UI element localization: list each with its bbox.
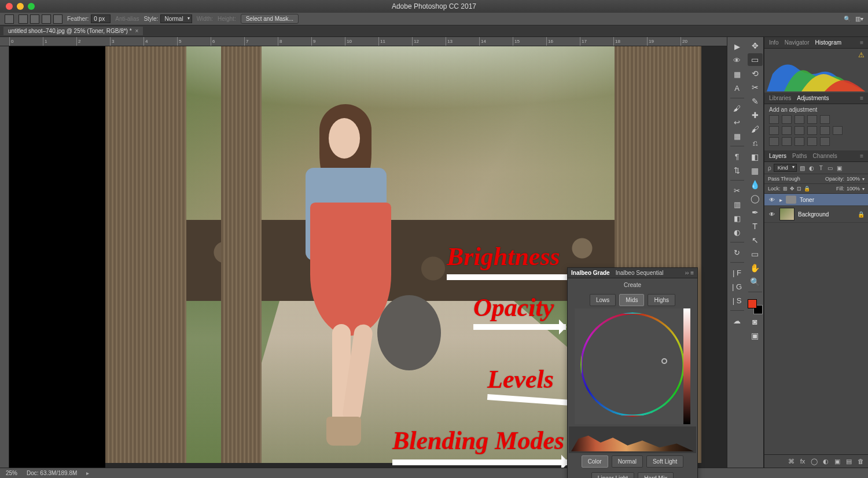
collapse-icon[interactable]: ›› ≡ (685, 270, 694, 276)
fx-icon[interactable]: fx (799, 457, 807, 465)
link-layers-icon[interactable]: ⌘ (787, 457, 795, 465)
refresh-icon[interactable]: ↻ (731, 247, 744, 258)
doc-size[interactable]: Doc: 63.3M/189.8M (27, 470, 77, 476)
color-wheel-handle[interactable] (661, 358, 667, 364)
filter-kind-select[interactable]: Kind (774, 164, 797, 172)
layer-name[interactable]: Background (798, 211, 829, 218)
zoom-tool[interactable]: 🔍 (748, 275, 763, 288)
plugin-brightness-slider[interactable] (683, 308, 690, 424)
adj-lut2-icon[interactable] (833, 126, 843, 135)
play-icon[interactable]: ▶ (731, 41, 744, 52)
filter-adj-icon[interactable]: ◐ (808, 164, 815, 171)
styles-icon[interactable]: ◧ (731, 212, 744, 224)
crop-tool[interactable]: ✂ (748, 81, 763, 94)
g-icon[interactable]: | G (731, 281, 744, 292)
eraser-tool[interactable]: ◧ (748, 150, 763, 163)
adj-curves-icon[interactable] (795, 115, 804, 124)
3d-icon[interactable]: 👁 (731, 54, 744, 66)
style-select[interactable]: Normal (160, 14, 192, 23)
close-tab-icon[interactable]: × (135, 28, 139, 34)
adj-exposure-icon[interactable] (807, 115, 817, 124)
lock-position-icon[interactable]: ✥ (790, 186, 795, 192)
plugin-mids-button[interactable]: Mids (619, 294, 644, 306)
blend-mode-select[interactable]: Pass Through (768, 176, 823, 182)
color-swatches[interactable] (748, 299, 763, 314)
plugin-tab-sequential[interactable]: Inalbeo Sequential (616, 270, 664, 276)
disclosure-icon[interactable]: ▸ (779, 197, 782, 203)
plugin-panel-inalbeo[interactable]: Inalbeo Grade Inalbeo Sequential ›› ≡ Cr… (567, 267, 698, 478)
lock-pixels-icon[interactable]: ⊞ (783, 186, 788, 192)
adjustment-layer-icon[interactable]: ◐ (822, 457, 830, 465)
panel-menu-icon[interactable]: ≡ (860, 39, 863, 46)
adj-photo-icon[interactable] (795, 126, 804, 135)
tab-channels[interactable]: Channels (813, 153, 837, 159)
history-icon[interactable]: ↩ (731, 116, 744, 128)
type-tool[interactable]: T (748, 220, 763, 233)
dodge-tool[interactable]: ◯ (748, 192, 763, 205)
adj-grad-icon[interactable] (807, 137, 817, 146)
tab-layers[interactable]: Layers (769, 153, 786, 159)
status-menu-icon[interactable]: ▸ (86, 470, 89, 476)
adj-mixer-icon[interactable] (807, 126, 817, 135)
text-icon[interactable]: A (731, 82, 744, 94)
quickmask-tool[interactable]: ◙ (748, 315, 763, 328)
filter-smart-icon[interactable]: ▣ (836, 164, 843, 171)
lock-artboard-icon[interactable]: ⊡ (797, 186, 801, 192)
tab-paths[interactable]: Paths (792, 153, 807, 159)
adj-vibrance-icon[interactable] (820, 115, 830, 124)
zoom-level[interactable]: 25% (6, 470, 17, 476)
brush-tool[interactable]: 🖌 (748, 123, 763, 135)
mode-normal[interactable]: Normal (612, 455, 643, 468)
plugin-levels-histogram[interactable] (569, 426, 696, 453)
layer-row-toner[interactable]: 👁 ▸ Toner (764, 194, 868, 206)
shape-tool[interactable]: ▭ (748, 248, 763, 260)
layer-row-background[interactable]: 👁 Background 🔒 (764, 206, 868, 223)
tab-histogram[interactable]: Histogram (815, 39, 842, 46)
color-icon[interactable]: ◐ (731, 226, 744, 238)
document-tab[interactable]: untitled shoot–740.jpg @ 25% (Toner, RGB… (3, 27, 143, 35)
adj-invert-icon[interactable] (769, 137, 779, 146)
filter-shape-icon[interactable]: ▭ (827, 164, 834, 171)
eyedropper-tool[interactable]: ✎ (748, 95, 763, 108)
lock-all-icon[interactable]: 🔒 (804, 186, 810, 192)
mode-linearlight[interactable]: Linear Light (591, 472, 634, 478)
s-icon[interactable]: | S (731, 295, 744, 306)
selection-subtract-icon[interactable] (42, 14, 51, 24)
selection-new-icon[interactable] (19, 14, 28, 24)
selection-add-icon[interactable] (30, 14, 39, 24)
swatches-icon[interactable]: ▥ (731, 198, 744, 210)
move-tool[interactable]: ✥ (748, 39, 763, 52)
mode-color[interactable]: Color (582, 455, 608, 468)
search-icon[interactable]: 🔍 (844, 16, 851, 22)
lock-icon[interactable]: 🔒 (858, 211, 865, 218)
plugin-color-wheel[interactable] (575, 308, 690, 424)
new-layer-icon[interactable]: ▤ (845, 457, 853, 465)
adj-brightness-icon[interactable] (769, 115, 779, 124)
hand-tool[interactable]: ✋ (748, 262, 763, 274)
tools-icon[interactable]: ✂ (731, 185, 744, 196)
adj-lut-icon[interactable] (820, 126, 830, 135)
tool-preset-icon[interactable] (5, 14, 14, 24)
adj-bw-icon[interactable] (782, 126, 792, 135)
layer-name[interactable]: Toner (800, 197, 814, 203)
marquee-tool[interactable]: ▭ (748, 53, 763, 66)
plugin-highs-button[interactable]: Highs (648, 294, 675, 306)
grid-icon[interactable]: ▦ (731, 68, 744, 80)
pen-tool[interactable]: ✒ (748, 206, 763, 219)
select-and-mask-button[interactable]: Select and Mask... (241, 14, 299, 24)
visibility-icon[interactable]: 👁 (768, 211, 776, 218)
group-icon[interactable]: ▣ (833, 457, 841, 465)
adj-poster-icon[interactable] (782, 137, 792, 146)
selection-intersect-icon[interactable] (53, 14, 62, 24)
plugin-tab-grade[interactable]: Inalbeo Grade (571, 270, 610, 276)
fill-value[interactable]: 100% (847, 186, 860, 192)
mode-softlight[interactable]: Soft Light (646, 455, 683, 468)
adj-hue-icon[interactable] (769, 126, 779, 135)
tab-info[interactable]: Info (769, 39, 779, 46)
opacity-value[interactable]: 100% (847, 176, 860, 182)
lasso-tool[interactable]: ⟲ (748, 67, 763, 80)
plugin-lows-button[interactable]: Lows (590, 294, 616, 306)
cloud-icon[interactable]: ☁ (731, 315, 744, 326)
adj-thresh-icon[interactable] (795, 137, 804, 146)
adj-sel-icon[interactable] (820, 137, 830, 146)
